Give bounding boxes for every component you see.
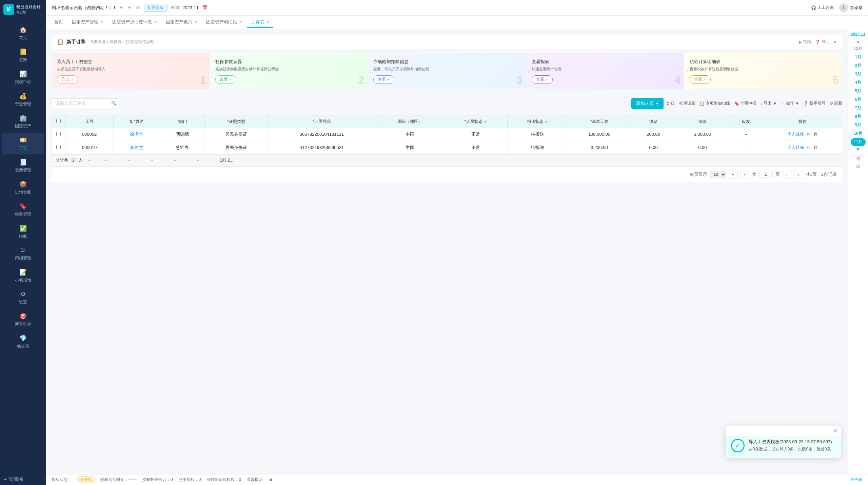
user-profile[interactable]: 人 徐泽华 xyxy=(839,3,863,12)
step-2-button[interactable]: 设置＞ xyxy=(215,75,236,84)
guide-help-link[interactable]: ❓ 帮助 xyxy=(815,39,829,45)
search-input[interactable] xyxy=(52,98,119,108)
row-checkbox-2[interactable] xyxy=(56,145,61,149)
sidebar-item-fixed[interactable]: 🏢 固定资产 xyxy=(2,111,44,132)
vip-icon: 💎 xyxy=(19,335,27,342)
switch-version-button[interactable]: 切到旧版 xyxy=(144,4,167,12)
page-number-input[interactable] xyxy=(759,171,773,178)
sidebar-item-home[interactable]: 🏠 首页 xyxy=(2,23,44,44)
customer-support-link[interactable]: 🎧 人工咨询 xyxy=(811,5,834,11)
cal-month-8[interactable]: 8月 xyxy=(851,113,866,120)
cal-month-6[interactable]: 6月 xyxy=(851,96,866,104)
select-all-checkbox[interactable] xyxy=(56,119,61,123)
tax-report-action[interactable]: 🔖 个税申报 xyxy=(734,100,756,106)
account-dropdown-icon[interactable]: ▼ xyxy=(119,5,123,10)
guide-action[interactable]: ❓ 新手引导 xyxy=(803,100,826,106)
social-insurance-link-2[interactable]: 个人社保 xyxy=(788,145,804,150)
emp-name-link-1[interactable]: 徐泽华 xyxy=(130,132,143,137)
account-settings-icon[interactable]: ⚙ xyxy=(136,4,140,11)
operations-action[interactable]: ⋮ 操作 ▼ xyxy=(781,100,799,106)
last-page-button[interactable]: » xyxy=(794,170,803,179)
th-send-status[interactable]: 报送状态 ▼ xyxy=(508,115,568,128)
step-4-button[interactable]: 查看＞ xyxy=(532,75,553,84)
special-deduct-action[interactable]: 📋 专项附加扣除 xyxy=(699,100,730,106)
guide-video-link[interactable]: ▶ 视频 xyxy=(799,39,811,45)
tab-home[interactable]: 首页 xyxy=(50,17,67,28)
delete-icon-1[interactable]: 🗑 xyxy=(813,132,817,137)
th-status[interactable]: *人员状态 ▼ xyxy=(444,115,508,128)
edit-icon-2[interactable]: ✏ xyxy=(807,145,810,150)
sidebar-footer-unpin[interactable]: ◄ 取消固定 xyxy=(0,473,46,485)
add-employee-label: 添加人员 xyxy=(636,100,654,107)
step-4-desc: 快速查看统计信息 xyxy=(532,66,679,72)
step-3-button[interactable]: 查看＞ xyxy=(373,75,394,84)
tab-category[interactable]: 固定资产类别 ✕ xyxy=(162,17,201,28)
calendar-up-icon[interactable]: ▲ xyxy=(855,38,861,45)
add-account-icon[interactable]: ＋ xyxy=(127,4,132,11)
social-insurance-action[interactable]: ⚙ 统一社保设置 xyxy=(666,100,695,106)
cal-month-1[interactable]: 1月 xyxy=(851,53,866,61)
cal-month-12-prev[interactable]: 12月 xyxy=(851,45,866,53)
page-size-select[interactable]: 10 20 50 xyxy=(710,171,726,178)
cal-month-5[interactable]: 5月 xyxy=(851,87,866,95)
tab-salary-close[interactable]: ✕ xyxy=(266,20,269,24)
sidebar-item-ledger[interactable]: 📒 总账 xyxy=(2,45,44,66)
sidebar-item-salary[interactable]: 💴 工资 xyxy=(2,133,44,154)
cal-month-11[interactable]: 11月 xyxy=(851,138,866,146)
expire-label: 授权到期时间：—— xyxy=(100,477,137,483)
cal-month-10[interactable]: 10月 xyxy=(851,130,866,137)
sidebar-item-reports[interactable]: 📊 报表中心 xyxy=(2,67,44,88)
cal-month-9[interactable]: 9月 xyxy=(851,121,866,129)
tab-depreciation-close[interactable]: ✕ xyxy=(154,20,157,24)
tab-fixed-assets[interactable]: 固定资产管理 ✕ xyxy=(68,17,107,28)
calendar-sync-icon[interactable]: ↺ xyxy=(856,163,860,170)
delete-icon-2[interactable]: 🗑 xyxy=(813,145,817,150)
sidebar-item-expense[interactable]: 📝 小畅报销 xyxy=(2,265,44,286)
search-icon[interactable]: 🔍 xyxy=(111,101,117,106)
cal-month-4[interactable]: 4月 xyxy=(851,79,866,87)
sidebar-item-funds[interactable]: 💰 资金管理 xyxy=(2,89,44,110)
emp-name-link-2[interactable]: 李俊杰 xyxy=(130,145,143,150)
sidebar-item-tax[interactable]: 🔖 税务管理 xyxy=(2,199,44,221)
recharge-link[interactable]: 去充值 xyxy=(850,477,863,483)
sidebar-item-settings[interactable]: ⚙ 设置 xyxy=(2,287,44,309)
add-employee-button[interactable]: 添加人员 ▼ xyxy=(631,98,664,109)
tab-category-close[interactable]: ✕ xyxy=(194,20,197,24)
notification-close-button[interactable]: ✕ xyxy=(833,428,837,434)
edit-icon-1[interactable]: ✏ xyxy=(807,132,810,137)
sidebar-item-archive[interactable]: 🗂 归档管理 xyxy=(2,243,44,264)
calendar-settings-icon[interactable]: ⚙ xyxy=(856,155,861,162)
step-1-button[interactable]: 导入＞ xyxy=(57,75,78,84)
prev-page-button[interactable]: ‹ xyxy=(741,170,749,179)
next-page-button[interactable]: › xyxy=(783,170,791,179)
tab-detail[interactable]: 固定资产明细账 ✕ xyxy=(202,17,246,28)
sidebar-item-invoice[interactable]: 🧾 发票管理 xyxy=(2,155,44,176)
sidebar-item-inventory[interactable]: 📦 进销台账 xyxy=(2,177,44,199)
th-name[interactable]: ⇅ *姓名 xyxy=(113,115,160,128)
cal-month-7[interactable]: 7月 xyxy=(851,104,866,112)
row-checkbox-1[interactable] xyxy=(56,132,61,136)
sidebar-item-close[interactable]: ✅ 结账 xyxy=(2,221,44,243)
status-filter-icon[interactable]: ▼ xyxy=(484,120,487,124)
sidebar-nav: 🏠 首页 📒 总账 📊 报表中心 💰 资金管理 🏢 固定资产 💴 工资 🧾 发票… xyxy=(0,19,46,473)
tab-detail-close[interactable]: ✕ xyxy=(239,20,242,24)
tab-fixed-assets-close[interactable]: ✕ xyxy=(100,20,103,24)
calendar-icon[interactable]: 📅 xyxy=(202,5,208,10)
send-status-filter-icon[interactable]: ▼ xyxy=(545,120,548,124)
step-5-button[interactable]: 查看＞ xyxy=(690,75,711,84)
tab-depreciation[interactable]: 固定资产折旧统计表 ✕ xyxy=(108,17,161,28)
export-action[interactable]: ↓ 导出 ▼ xyxy=(761,100,777,106)
first-page-button[interactable]: « xyxy=(729,170,738,179)
social-insurance-link-1[interactable]: 个人社保 xyxy=(788,131,804,137)
guide-bar-close-button[interactable]: ✕ xyxy=(833,40,837,44)
calendar-down-icon[interactable]: ▼ xyxy=(855,146,861,153)
refresh-action[interactable]: ↺ 刷新 xyxy=(830,100,842,106)
tab-salary[interactable]: 工资表 ✕ xyxy=(247,17,273,28)
deduct-icon: 📋 xyxy=(699,101,705,106)
cal-month-2[interactable]: 2月 xyxy=(851,62,866,70)
step-3-desc: 查看、导入员工专项附加扣除信息 xyxy=(373,66,520,72)
cal-month-3[interactable]: 3月 xyxy=(851,70,866,78)
sidebar-item-guide[interactable]: 🎯 新手引导 xyxy=(2,309,44,331)
warning-dot xyxy=(270,479,272,481)
sidebar-item-vip[interactable]: 💎 畅会员 xyxy=(2,331,44,353)
